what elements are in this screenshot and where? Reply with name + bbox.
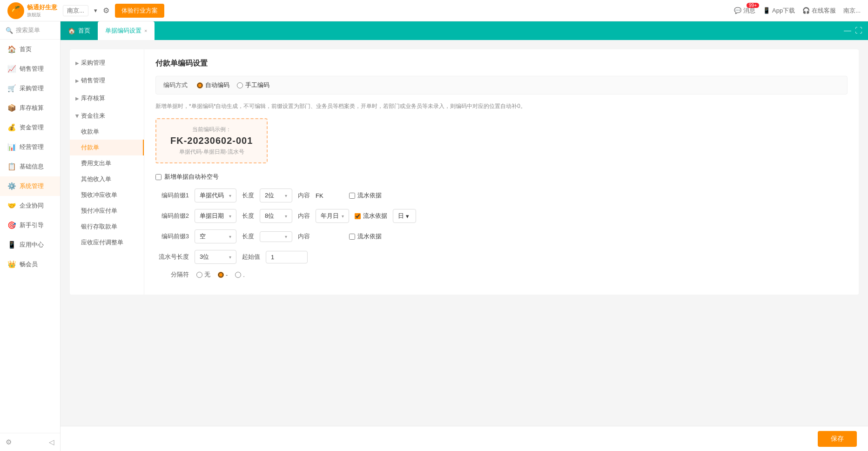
layout: ▶ 采购管理 ▶ 销售管理 ▶ 库存核算 ▶ 资金往来 [70,49,859,295]
trial-button[interactable]: 体验行业方案 [115,4,164,18]
sep-dot-option[interactable]: . [235,271,245,278]
sub-group-inventory-title[interactable]: ▶ 库存核算 [70,90,144,106]
sub-item-advance-payable[interactable]: 预付冲应付单 [70,203,144,219]
sep-dot-radio[interactable] [235,272,241,278]
sub-group-sales: ▶ 销售管理 [70,73,144,88]
serial-length-select[interactable]: 3位 ▾ [195,250,236,264]
finance-icon: 💰 [7,123,16,132]
maximize-window-icon[interactable]: ⛶ [855,27,862,35]
start-value-input[interactable] [266,251,308,263]
sub-group-purchase: ▶ 采购管理 [70,55,144,71]
sidebar-item-operation[interactable]: 📊 经营管理 [0,137,60,157]
auto-fill-row: 新增单据自动补空号 [155,173,848,181]
home-icon: 🏠 [68,27,75,34]
search-menu[interactable]: 🔍 搜索菜单 [0,21,60,40]
logo-sub: 旗舰版 [27,12,57,18]
sub-item-receipt[interactable]: 收款单 [70,124,144,140]
message-badge: 99+ [747,3,759,8]
sub-item-other-income[interactable]: 其他收入单 [70,171,144,187]
manual-encode-input[interactable] [237,82,243,88]
save-button[interactable]: 保存 [818,431,857,447]
sidebar-item-system[interactable]: ⚙️ 系统管理 [0,176,60,196]
company-dropdown-icon[interactable]: ▾ [94,7,97,14]
prefix1-length-select[interactable]: 2位 ▾ [260,188,292,202]
sidebar-item-purchase[interactable]: 🛒 采购管理 [0,79,60,98]
serial-length-label: 流水号长度 [155,253,189,261]
sep-dash-option[interactable]: - [218,271,228,278]
sidebar-item-finance[interactable]: 💰 资金管理 [0,118,60,137]
content-area: 付款单编码设置 编码方式 自动编码 手工编码 新增单据时，*单据编码*自动生成，… [144,49,859,295]
prefix2-length-select[interactable]: 8位 ▾ [260,209,292,223]
prefix1-row: 编码前缀1 单据代码 ▾ 长度 2位 ▾ 内容 FK 流水依据 [155,188,848,202]
sep-none-radio[interactable] [196,272,202,278]
system-icon: ⚙️ [7,182,16,190]
search-icon: 🔍 [6,27,13,34]
prefix3-serial-checkbox[interactable] [349,234,355,240]
manual-encode-radio[interactable]: 手工编码 [237,81,269,89]
sidebar-item-cooperation[interactable]: 🤝 企业协同 [0,196,60,215]
preview-code: FK-20230602-001 [170,135,253,146]
prefix1-label: 编码前缀1 [155,191,189,200]
sep-dash-radio[interactable] [218,272,224,278]
prefix2-content-dropdown-icon: ▾ [342,214,344,219]
sidebar-item-apps[interactable]: 📱 应用中心 [0,235,60,255]
prefix3-length-label: 长度 [242,232,254,241]
sub-group-capital: ▶ 资金往来 收款单 付款单 费用支出单 其他收入单 预收冲应收单 预付冲应付单… [70,108,144,250]
home-icon: 🏠 [7,45,16,54]
separator-options: 无 - . [196,270,245,279]
sidebar-item-member[interactable]: 👑 畅会员 [0,255,60,274]
company-selector[interactable]: 南京... [63,5,88,16]
prefix3-dropdown-icon: ▾ [229,234,231,239]
tab-close-icon[interactable]: × [144,28,147,34]
prefix2-serial-checkbox[interactable] [355,213,361,219]
prefix3-select[interactable]: 空 ▾ [195,229,236,243]
sub-item-advance-receivable[interactable]: 预收冲应收单 [70,187,144,203]
sidebar-settings-icon[interactable]: ⚙ [6,438,12,446]
prefix1-select[interactable]: 单据代码 ▾ [195,188,236,202]
nav-tabs: 🏠 首页 单据编码设置 × — ⛶ [61,21,868,40]
settings-icon[interactable]: ⚙ [103,6,109,15]
auto-fill-checkbox[interactable] [155,174,161,180]
auto-encode-input[interactable] [197,82,203,88]
user-info[interactable]: 南京... [843,7,861,15]
sep-none-option[interactable]: 无 [196,270,210,279]
prefix3-length-select[interactable]: ▾ [260,231,292,242]
sidebar-item-sales[interactable]: 📈 销售管理 [0,59,60,79]
manual-encode-label: 手工编码 [245,81,269,89]
message-button[interactable]: 💬 消息 99+ [734,7,755,15]
arrow-icon: ▶ [75,78,79,83]
sub-item-expense[interactable]: 费用支出单 [70,155,144,171]
sub-sidebar: ▶ 采购管理 ▶ 销售管理 ▶ 库存核算 ▶ 资金往来 [70,49,144,295]
tab-encoding[interactable]: 单据编码设置 × [98,21,155,40]
sub-group-capital-title[interactable]: ▶ 资金往来 [70,108,144,124]
auto-encode-radio[interactable]: 自动编码 [197,81,229,89]
prefix2-content-label: 内容 [298,212,310,220]
info-text: 新增单据时，*单据编码*自动生成，不可编辑，前缀设置为部门、业务员等档案类，开单… [155,102,848,111]
sidebar-item-guide[interactable]: 🎯 新手引导 [0,215,60,235]
topbar-left: 🍊 畅通好生意 旗舰版 南京... ▾ ⚙ 体验行业方案 [7,2,164,19]
online-service-button[interactable]: 🎧 在线客服 [802,7,836,15]
tab-home[interactable]: 🏠 首页 [61,21,98,40]
prefix2-content-select[interactable]: 年月日 ▾ [316,209,349,223]
sidebar-item-basic[interactable]: 📋 基础信息 [0,157,60,176]
prefix2-day-select[interactable]: 日 ▾ [393,209,416,223]
sub-item-payment[interactable]: 付款单 [70,140,144,155]
prefix1-serial-label: 流水依据 [357,191,382,200]
sub-item-bank-deposit[interactable]: 银行存取款单 [70,219,144,235]
prefix1-length-dropdown-icon: ▾ [285,193,287,198]
logo-icon: 🍊 [7,2,24,19]
prefix3-label: 编码前缀3 [155,232,189,241]
sidebar-item-home[interactable]: 🏠 首页 [0,40,60,59]
minimize-window-icon[interactable]: — [844,27,851,35]
guide-icon: 🎯 [7,221,16,229]
sidebar-collapse-icon[interactable]: ◁ [49,438,54,446]
sub-item-ar-ap-adjust[interactable]: 应收应付调整单 [70,235,144,250]
app-download-button[interactable]: 📱 App下载 [763,7,795,15]
prefix2-select[interactable]: 单据日期 ▾ [195,209,236,223]
sub-group-sales-title[interactable]: ▶ 销售管理 [70,73,144,88]
sidebar-item-inventory[interactable]: 📦 库存核算 [0,98,60,118]
sub-group-purchase-title[interactable]: ▶ 采购管理 [70,55,144,71]
prefix1-content-label: 内容 [298,191,310,200]
member-icon: 👑 [7,260,16,269]
prefix1-serial-checkbox[interactable] [349,193,355,199]
